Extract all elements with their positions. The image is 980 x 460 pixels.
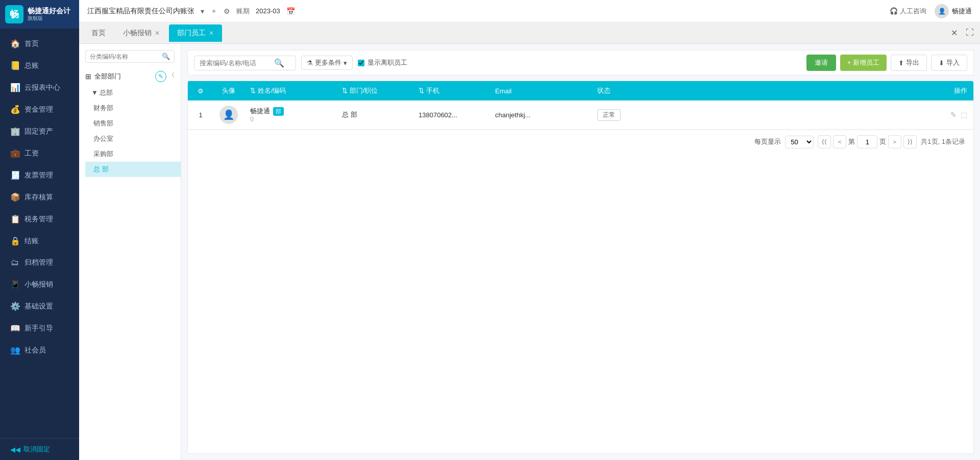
last-page-btn[interactable]: ⟩⟩	[903, 135, 917, 148]
sidebar-label-guide: 新手引导	[24, 324, 53, 333]
sidebar-item-funds[interactable]: 💰 资金管理	[0, 98, 79, 120]
dropdown-icon[interactable]: ▾	[201, 7, 204, 15]
sidebar-item-settings[interactable]: ⚙️ 基础设置	[0, 295, 79, 317]
dept-search-icon[interactable]: 🔍	[162, 53, 170, 60]
cell-status: 正常	[591, 100, 652, 130]
sidebar-item-archive[interactable]: 🗂 归档管理	[0, 252, 79, 273]
per-page-select[interactable]: 50 10 20 100	[785, 136, 814, 148]
tabs-bar: 首页 小畅报销 ✕ 部门员工 ✕ ✕ ⛶	[79, 22, 980, 44]
tab-employees-label: 部门员工	[177, 29, 206, 38]
show-resigned-area[interactable]: 显示离职员工	[358, 58, 407, 67]
dept-edit-icon[interactable]: ✎	[155, 71, 166, 82]
dept-child-label-office: 办公室	[93, 135, 113, 142]
pagination: 每页显示 50 10 20 100 ⟨⟨ ＜ 第 页 ＞ ⟩⟩	[188, 130, 973, 154]
sidebar-item-inventory[interactable]: 📦 库存核算	[0, 186, 79, 208]
col-header-settings[interactable]: ⚙	[188, 81, 213, 100]
first-page-btn[interactable]: ⟨⟨	[818, 135, 831, 148]
col-header-dept[interactable]: ⇅ 部门/职位	[336, 81, 412, 100]
dept-search-input[interactable]	[90, 53, 160, 60]
add-tab-icon[interactable]: ＋	[210, 7, 217, 16]
user-area[interactable]: 👤 畅捷通	[935, 4, 972, 18]
status-badge: 正常	[597, 109, 621, 121]
show-resigned-checkbox[interactable]	[358, 60, 364, 66]
cell-action: ✎ ⬚	[652, 100, 973, 130]
company-name: 江西服宝精品有限责任公司内账张	[87, 7, 194, 16]
filter-button[interactable]: ⚗ 更多条件 ▾	[301, 56, 353, 70]
sidebar-item-ledger[interactable]: 📒 总账	[0, 55, 79, 76]
col-name-label: 姓名/编码	[258, 87, 286, 94]
invite-button[interactable]: 邀请	[806, 55, 836, 71]
sidebar-item-expense[interactable]: 📱 小畅报销	[0, 273, 79, 295]
employee-name-badge: 畅捷通 部	[250, 107, 330, 116]
dept-child-general[interactable]: 总 部	[85, 162, 181, 177]
sidebar-label-expense: 小畅报销	[24, 280, 53, 289]
sidebar-item-invoice[interactable]: 🧾 发票管理	[0, 164, 79, 186]
dept-panel: 🔍 ⊞ 全部部门 ✎ 《 ▼ 总部 财务部	[79, 44, 181, 460]
dept-child-label-finance: 财务部	[93, 104, 113, 112]
dept-child-finance[interactable]: 财务部	[85, 100, 181, 116]
settings-cog-icon[interactable]: ⚙	[224, 7, 230, 15]
per-page-label: 每页显示	[754, 137, 781, 146]
dept-collapse-icon[interactable]: 《	[168, 71, 175, 82]
expense-icon: 📱	[10, 279, 19, 289]
sidebar-item-reports[interactable]: 📊 云报表中心	[0, 76, 79, 98]
logo-icon: 畅	[5, 5, 23, 23]
dept-header-icons: ✎ 《	[155, 71, 175, 82]
col-header-action: 操作	[652, 81, 973, 100]
next-page-btn[interactable]: ＞	[888, 135, 901, 148]
sidebar-item-close[interactable]: 🔒 结账	[0, 230, 79, 252]
employee-avatar: 👤	[219, 106, 238, 124]
tab-employees-close-icon[interactable]: ✕	[209, 30, 214, 37]
expand-tab-btn[interactable]: ⛶	[964, 26, 976, 40]
prev-page-btn[interactable]: ＜	[833, 135, 846, 148]
close-tab-btn[interactable]: ✕	[949, 26, 960, 40]
sidebar-label-settings: 基础设置	[24, 302, 53, 311]
dept-parent-arrow: ▼	[91, 89, 100, 96]
page-input[interactable]	[857, 135, 877, 148]
tab-expense[interactable]: 小畅报销 ✕	[115, 24, 168, 42]
sidebar-item-salary[interactable]: 💼 工资	[0, 142, 79, 164]
avatar-person-icon: 👤	[223, 109, 234, 120]
employee-search-box[interactable]: 🔍	[194, 56, 296, 70]
import-button[interactable]: ⬇ 导入	[931, 55, 967, 71]
col-header-phone[interactable]: ⇅ 手机	[412, 81, 489, 100]
filter-chevron-icon: ▾	[344, 59, 347, 67]
export-icon: ⬆	[898, 59, 904, 67]
sidebar-item-home[interactable]: 🏠 首页	[0, 33, 79, 55]
calendar-icon[interactable]: 📅	[286, 7, 295, 15]
grid-icon: ⊞	[85, 72, 91, 81]
dept-child-sales[interactable]: 销售部	[85, 116, 181, 131]
export-button[interactable]: ⬆ 导出	[891, 55, 927, 71]
dept-child-purchase[interactable]: 采购部	[85, 146, 181, 162]
employee-search-icon[interactable]: 🔍	[274, 58, 284, 68]
sidebar-item-tax[interactable]: 📋 税务管理	[0, 208, 79, 230]
sidebar-item-assets[interactable]: 🏢 固定资产	[0, 120, 79, 142]
salary-icon: 💼	[10, 148, 19, 158]
tab-employees[interactable]: 部门员工 ✕	[169, 24, 222, 42]
add-employee-button[interactable]: + 新增员工	[840, 55, 887, 71]
col-header-name[interactable]: ⇅ 姓名/编码	[244, 81, 336, 100]
employee-table: ⚙ 头像 ⇅ 姓名/编码 ⇅ 部门/职位 ⇅	[188, 81, 973, 130]
unpin-button[interactable]: ◀◀ 取消固定	[0, 438, 79, 460]
filter-icon: ⚗	[307, 59, 313, 67]
service-button[interactable]: 🎧 人工咨询	[890, 7, 926, 16]
logout-icon[interactable]: ⬚	[961, 111, 967, 119]
employee-search-input[interactable]	[200, 59, 271, 67]
sidebar-item-guide[interactable]: 📖 新手引导	[0, 317, 79, 339]
import-icon: ⬇	[939, 59, 944, 67]
filter-label: 更多条件	[315, 58, 341, 67]
dept-child-office[interactable]: 办公室	[85, 131, 181, 146]
dept-search-box[interactable]: 🔍	[85, 50, 175, 63]
sidebar-item-members[interactable]: 👥 社会员	[0, 339, 79, 361]
dept-all-header[interactable]: ⊞ 全部部门 ✎ 《	[79, 68, 181, 85]
dept-all-label: 全部部门	[94, 72, 121, 81]
col-sort-phone-icon: ⇅	[419, 87, 426, 94]
col-sort-dept-icon: ⇅	[342, 87, 350, 94]
dept-parent-label: 总部	[100, 89, 113, 96]
dept-parent-zongbu[interactable]: ▼ 总部	[85, 85, 181, 100]
edit-icon[interactable]: ✎	[950, 111, 957, 119]
tab-expense-close-icon[interactable]: ✕	[155, 30, 160, 37]
close-period-icon: 🔒	[10, 236, 19, 246]
tab-home[interactable]: 首页	[83, 24, 114, 42]
content-area: 🔍 ⊞ 全部部门 ✎ 《 ▼ 总部 财务部	[79, 44, 980, 460]
